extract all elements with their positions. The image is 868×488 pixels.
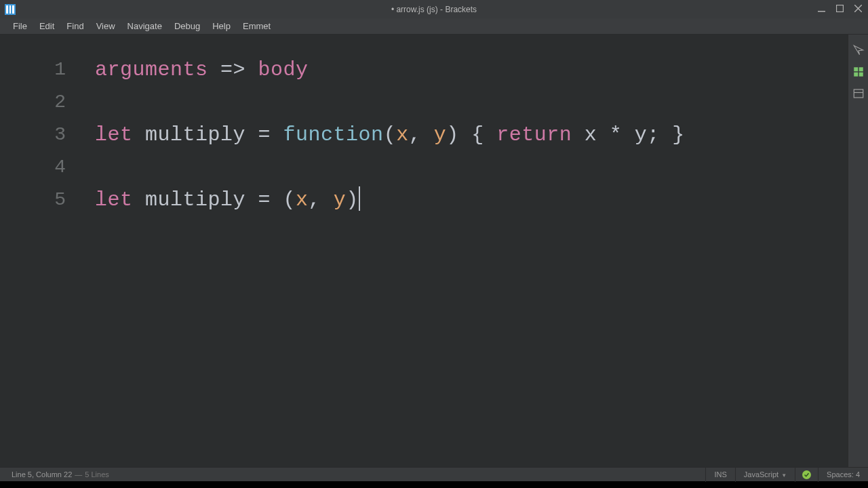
status-bar: Line 5, Column 22 — 5 Lines INS JavaScri… [0,467,868,481]
menu-edit[interactable]: Edit [33,21,60,31]
panel-toggle-icon[interactable] [852,87,865,100]
code-line-3[interactable]: let multiply = function(x, y) { return x… [95,119,848,151]
svg-rect-0 [818,11,825,12]
title-bar: • arrow.js (js) - Brackets [0,0,868,18]
line-number-gutter: 1 2 3 4 5 [0,35,73,467]
token-keyword: return [496,123,572,146]
token-identifier: multiply [145,123,245,146]
chevron-down-icon: ▼ [781,472,787,479]
menu-debug[interactable]: Debug [168,21,206,31]
token-param: y [334,188,347,211]
token-punct: ; } [647,123,685,146]
maximize-button[interactable] [835,5,844,14]
code-editor[interactable]: arguments => body let multiply = functio… [73,35,848,467]
status-lint-ok[interactable] [795,468,818,482]
token-param: x [296,188,309,211]
menu-view[interactable]: View [90,21,121,31]
svg-rect-6 [854,73,858,77]
menu-file[interactable]: File [7,21,33,31]
editor-area: 1 2 3 4 5 arguments => body let multiply… [0,35,868,467]
token-identifier: y [635,123,648,146]
check-circle-icon [802,470,811,479]
menu-help[interactable]: Help [206,21,237,31]
live-preview-icon[interactable] [852,44,865,56]
minimize-button[interactable] [817,5,826,14]
token-identifier: multiply [145,188,245,211]
code-line-5[interactable]: let multiply = (x, y) [95,184,848,216]
menu-emmet[interactable]: Emmet [237,21,277,31]
token-identifier: body [258,58,309,81]
status-insert-mode[interactable]: INS [705,468,734,482]
token-punct: ) [346,188,359,211]
token-keyword: let [95,188,133,211]
svg-rect-4 [854,67,858,71]
status-separator: — [75,470,82,479]
token-identifier: x [585,123,597,146]
token-operator: * [610,123,623,146]
token-param: y [434,123,447,146]
token-operator: = [258,123,283,146]
line-number[interactable]: 3 [0,119,73,151]
line-number[interactable]: 2 [0,86,73,119]
line-number[interactable]: 5 [0,184,73,216]
token-operator: => [220,58,245,81]
token-identifier: arguments [95,58,208,81]
token-punct: ) { [446,123,496,146]
svg-rect-5 [859,67,863,71]
code-line-1[interactable]: arguments => body [95,54,848,86]
menu-bar: File Edit Find View Navigate Debug Help … [0,18,868,35]
svg-rect-1 [837,5,844,12]
token-param: x [396,123,409,146]
extension-manager-icon[interactable] [852,66,865,78]
svg-rect-7 [859,73,863,77]
status-indentation[interactable]: Spaces: 4 [818,468,868,482]
token-punct: , [409,123,434,146]
svg-rect-8 [854,89,863,98]
status-line-count: 5 Lines [85,470,108,479]
token-punct: ( [384,123,397,146]
brackets-app-icon [5,4,16,15]
token-punct: , [309,188,334,211]
menu-navigate[interactable]: Navigate [121,21,168,31]
line-number[interactable]: 1 [0,54,73,86]
window-title: • arrow.js (js) - Brackets [391,5,477,14]
text-cursor [359,186,360,211]
token-operator: = ( [258,188,296,211]
right-toolbar [848,35,868,467]
token-keyword: function [283,123,384,146]
window-controls [817,5,863,14]
line-number[interactable]: 4 [0,151,73,184]
token-keyword: let [95,123,133,146]
status-cursor-position[interactable]: Line 5, Column 22 [12,470,72,479]
code-line-4[interactable] [95,151,848,184]
menu-find[interactable]: Find [60,21,90,31]
status-language[interactable]: JavaScript▼ [735,468,795,482]
close-button[interactable] [854,5,863,14]
code-line-2[interactable] [95,86,848,119]
